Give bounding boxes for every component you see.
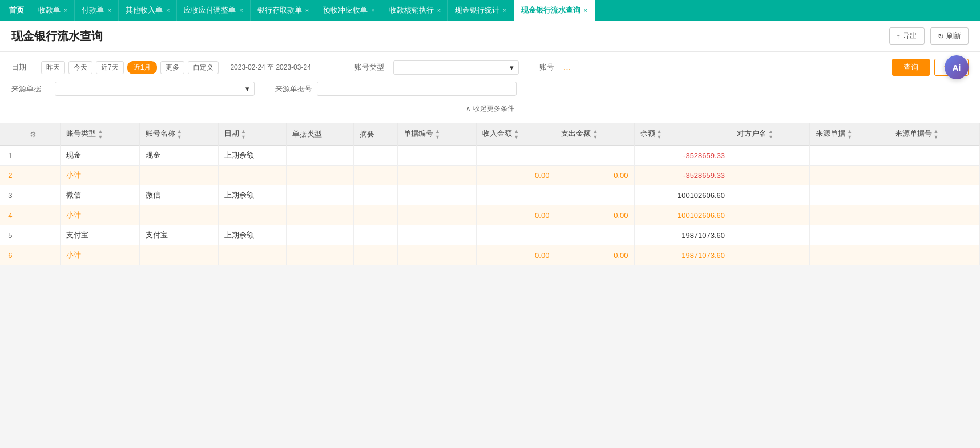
collapse-icon: ∧	[466, 105, 471, 113]
table-row: 1现金现金上期余额-3528659.33	[0, 146, 980, 166]
cell-doc_no	[397, 205, 476, 225]
cell-date	[218, 205, 286, 225]
cell-expense: 0.00	[555, 245, 634, 265]
col-header-doc_no[interactable]: 单据编号▲▼	[397, 123, 476, 146]
collapse-bar[interactable]: ∧ 收起更多条件	[11, 102, 969, 116]
date-option-自定义[interactable]: 自定义	[188, 61, 219, 74]
source-doc-no-label: 来源单据号	[275, 84, 312, 94]
cell-counterparty	[731, 225, 810, 245]
settings-col-icon[interactable]: ⚙	[27, 128, 39, 140]
cell-summary	[354, 225, 397, 245]
cell-account_name: 现金	[139, 146, 218, 166]
source-doc-chevron-icon: ▾	[245, 84, 249, 93]
sort-icon-balance: ▲▼	[657, 128, 662, 140]
col-header-counterparty[interactable]: 对方户名▲▼	[731, 123, 810, 146]
col-header-date[interactable]: 日期▲▼	[218, 123, 286, 146]
date-range: 2023-02-24 至 2023-03-24	[230, 63, 310, 72]
close-tab-icon[interactable]: ×	[371, 7, 374, 14]
nav-tab-其他收入单[interactable]: 其他收入单×	[119, 0, 177, 21]
row-number: 4	[0, 205, 21, 225]
cell-source_doc_no	[889, 245, 980, 265]
cell-counterparty	[731, 185, 810, 205]
row-settings-cell	[21, 166, 61, 185]
ai-badge[interactable]: Ai	[945, 55, 969, 79]
export-button[interactable]: ↑ 导出	[889, 27, 925, 45]
cell-balance: 100102606.60	[634, 185, 731, 205]
close-tab-icon[interactable]: ×	[107, 7, 111, 14]
nav-tab-应收应付调整单[interactable]: 应收应付调整单×	[177, 0, 250, 21]
nav-tab-预收冲应收单[interactable]: 预收冲应收单×	[316, 0, 382, 21]
sort-icon-expense: ▲▼	[592, 128, 598, 140]
cell-summary	[354, 146, 397, 166]
cell-doc_type	[286, 146, 354, 166]
date-option-更多[interactable]: 更多	[160, 61, 184, 74]
table-row: 3微信微信上期余额100102606.60	[0, 185, 980, 205]
account-type-select[interactable]: ▾	[393, 60, 519, 75]
col-header-income[interactable]: 收入金额▲▼	[477, 123, 555, 146]
cell-expense: 0.00	[555, 205, 634, 225]
cell-source_doc	[810, 245, 889, 265]
row-settings-cell	[21, 185, 61, 205]
col-header-summary: 摘要	[354, 123, 397, 146]
nav-home[interactable]: 首页	[2, 0, 31, 21]
refresh-button[interactable]: ↻ 刷新	[930, 27, 969, 45]
source-doc-no-input[interactable]	[317, 82, 517, 96]
nav-tab-付款单[interactable]: 付款单×	[75, 0, 118, 21]
data-table: ⚙账号类型▲▼账号名称▲▼日期▲▼单据类型摘要单据编号▲▼收入金额▲▼支出金额▲…	[0, 123, 980, 265]
filter-row-1: 日期 昨天今天近7天近1月更多自定义 2023-02-24 至 2023-03-…	[11, 59, 969, 76]
col-header-source_doc[interactable]: 来源单据▲▼	[810, 123, 889, 146]
cell-counterparty	[731, 166, 810, 185]
date-option-今天[interactable]: 今天	[68, 61, 92, 74]
col-header-balance[interactable]: 余额▲▼	[634, 123, 731, 146]
cell-balance: 100102606.60	[634, 205, 731, 225]
top-nav: 首页 收款单×付款单×其他收入单×应收应付调整单×银行存取款单×预收冲应收单×收…	[0, 0, 980, 21]
close-tab-icon[interactable]: ×	[239, 7, 243, 14]
nav-tab-收款单[interactable]: 收款单×	[31, 0, 75, 21]
col-header-expense[interactable]: 支出金额▲▼	[555, 123, 634, 146]
cell-account_name	[139, 205, 218, 225]
row-settings-cell	[21, 245, 61, 265]
row-settings-cell	[21, 146, 61, 166]
row-number: 3	[0, 185, 21, 205]
cell-doc_no	[397, 146, 476, 166]
cell-balance: -3528659.33	[634, 166, 731, 185]
cell-account_type: 微信	[61, 185, 139, 205]
table-wrapper: ⚙账号类型▲▼账号名称▲▼日期▲▼单据类型摘要单据编号▲▼收入金额▲▼支出金额▲…	[0, 123, 980, 265]
cell-doc_type	[286, 205, 354, 225]
nav-tab-现金银行流水查询[interactable]: 现金银行流水查询×	[514, 0, 595, 21]
nav-tab-银行存取款单[interactable]: 银行存取款单×	[251, 0, 316, 21]
cell-counterparty	[731, 205, 810, 225]
cell-balance: 19871073.60	[634, 225, 731, 245]
row-number: 1	[0, 146, 21, 166]
cell-summary	[354, 185, 397, 205]
nav-tab-收款核销执行[interactable]: 收款核销执行×	[382, 0, 448, 21]
query-button[interactable]: 查询	[892, 59, 930, 76]
cell-date: 上期余额	[218, 146, 286, 166]
close-tab-icon[interactable]: ×	[584, 7, 587, 14]
close-tab-icon[interactable]: ×	[64, 7, 67, 14]
nav-tab-现金银行统计[interactable]: 现金银行统计×	[448, 0, 514, 21]
cell-account_name: 微信	[139, 185, 218, 205]
date-option-近7天[interactable]: 近7天	[96, 61, 124, 74]
date-option-近1月[interactable]: 近1月	[127, 61, 158, 74]
account-dots[interactable]: ...	[561, 62, 573, 72]
cell-account_name	[139, 166, 218, 185]
col-header-source_doc_no[interactable]: 来源单据号▲▼	[889, 123, 980, 146]
close-tab-icon[interactable]: ×	[166, 7, 170, 14]
cell-balance: 19871073.60	[634, 245, 731, 265]
col-header-account_name[interactable]: 账号名称▲▼	[139, 123, 218, 146]
sort-icon-income: ▲▼	[514, 128, 519, 140]
sort-icon-account_type: ▲▼	[98, 128, 103, 140]
cell-account_type: 小计	[61, 166, 139, 185]
close-tab-icon[interactable]: ×	[305, 7, 309, 14]
date-option-昨天[interactable]: 昨天	[41, 61, 65, 74]
sort-icon-doc_no: ▲▼	[435, 128, 440, 140]
close-tab-icon[interactable]: ×	[503, 7, 506, 14]
table-header: ⚙账号类型▲▼账号名称▲▼日期▲▼单据类型摘要单据编号▲▼收入金额▲▼支出金额▲…	[0, 123, 980, 146]
source-doc-select[interactable]: ▾	[55, 82, 255, 96]
page-header: 现金银行流水查询 ↑ 导出 ↻ 刷新	[0, 21, 980, 52]
sort-icon-source_doc_no: ▲▼	[934, 128, 939, 140]
col-header-account_type[interactable]: 账号类型▲▼	[61, 123, 139, 146]
filter-row-2: 来源单据 ▾ 来源单据号	[11, 82, 969, 96]
close-tab-icon[interactable]: ×	[437, 7, 441, 14]
